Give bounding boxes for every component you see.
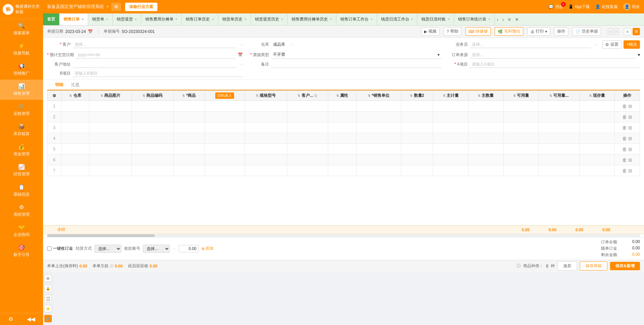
online-service-btn[interactable]: 👤 在线客服 [595,4,618,10]
sidebar-item-inventory[interactable]: 📦 库存核算 [0,120,43,140]
row-copy-icon[interactable]: ⊞ [628,114,632,120]
industry-btn[interactable]: 体验行业方案 [125,3,157,11]
tab-close-sales-expense[interactable]: × [176,17,178,21]
row-action[interactable]: 🗑⊞ [615,165,640,176]
row-delete-icon[interactable]: 🗑 [622,104,627,109]
user-avatar-btn[interactable]: 👤 用友 [623,3,640,10]
account-dots[interactable]: ··· [173,246,176,251]
message-icon-btn[interactable]: 💬 消息 9 [548,4,563,10]
save-draft-button[interactable]: 保存草稿 [580,261,607,271]
tab-close-expense-history[interactable]: × [330,17,332,21]
discard-button[interactable]: 放弃 [558,261,577,271]
amount-input[interactable] [179,245,199,252]
row-delete-icon[interactable]: 🗑 [622,114,627,120]
customer-input[interactable] [73,41,236,48]
customer-dots[interactable]: ··· [239,42,243,47]
operate-btn[interactable]: 操作 [554,27,568,36]
delivery-date-input[interactable] [76,51,236,58]
row-copy-icon[interactable]: ⊞ [628,104,632,109]
detail-tab-mingxi[interactable]: 明细 [51,80,67,90]
account-select[interactable]: 选择... [143,245,170,253]
row-action[interactable]: 🗑⊞ [615,155,640,165]
toolbar-grid-view[interactable]: ⊞ [633,28,640,35]
tab-sales-return[interactable]: 销货退货 × [113,13,141,26]
sidebar-item-basic[interactable]: 📋 基础信息 [0,180,43,201]
rp-btn-4[interactable]: ⭐ [44,305,52,312]
th-scan[interactable]: 扫码录入 [204,91,245,101]
tab-order-stats[interactable]: 销售订单统计表 × [454,13,495,26]
print-btn[interactable]: 🖨 打印 ▾ [527,27,550,36]
rp-btn-3[interactable]: 📋 [44,295,52,302]
gear-button[interactable]: ⚙ [111,3,121,11]
sidebar-item-purchase[interactable]: 🛒 采购管理 [0,100,43,120]
note-input[interactable] [271,61,441,68]
sidebar-item-guide[interactable]: 🎯 新手引导 [0,241,43,261]
tab-sales-invoice-history[interactable]: 销货单历史 × [218,13,251,26]
sidebar-item-search[interactable]: 🔍 搜索菜单 [0,19,43,39]
row-action[interactable]: 🗑⊞ [615,133,640,144]
row-delete-icon[interactable]: 🗑 [622,125,627,130]
row-delete-icon[interactable]: 🗑 [622,168,627,173]
add-logistics-btn[interactable]: +物流 [623,40,640,49]
sidebar-item-marketing[interactable]: 📢 营销推广 [0,59,43,80]
rp-btn-2[interactable]: 🔒 [44,285,52,292]
view-video-btn[interactable]: ▶ 视频 [421,27,440,36]
quick-confirm-checkbox[interactable] [47,246,51,251]
tab-close-sales-order[interactable]: × [82,17,84,21]
payment-method-select[interactable]: 选择... [94,245,121,253]
address-input[interactable] [73,61,236,68]
order-source-input[interactable] [470,51,636,58]
calendar-icon[interactable]: 📅 [88,29,93,34]
sidebar-item-enterprise[interactable]: 🤝 企业协同 [0,221,43,241]
profit-btn[interactable]: 🌿 毛利预估 [495,27,523,36]
tab-close-order-stats[interactable]: × [488,17,490,21]
row-delete-icon[interactable]: 🗑 [622,136,627,141]
help-btn[interactable]: ? 帮助 [444,27,461,36]
rp-btn-5[interactable]: 🔗 [44,315,52,322]
toolbar-nav-left[interactable]: ‹ [608,28,612,35]
tab-close-return-history[interactable]: × [281,17,283,21]
row-action[interactable]: 🗑⊞ [615,122,640,133]
rp-btn-1[interactable]: ⊞ [44,275,52,282]
sidebar-item-operations[interactable]: 📈 经营管理 [0,160,43,180]
row-copy-icon[interactable]: ⊞ [628,125,632,130]
tab-order-workbench[interactable]: 销售订单工作台 × [336,13,377,26]
invoice-type-select[interactable]: 不开票 ▾ [271,51,441,59]
settings-field-btn[interactable]: ⚙ 设置 [602,40,621,49]
tab-return-history[interactable]: 销货退货历史 × [251,13,288,26]
save-new-button[interactable]: 保存&新增 [610,262,640,270]
tab-sales-expense[interactable]: 销售费用分摊单 × [141,13,182,26]
scan-btn[interactable]: 扫码录入 [215,92,234,99]
toolbar-list-view[interactable]: ≡ [624,28,631,35]
sidebar-gear-btn[interactable]: ⚙ [8,316,13,322]
tab-sales-invoice[interactable]: 销货单 × [88,13,113,26]
tab-nav-right[interactable]: › [500,13,506,26]
row-action[interactable]: 🗑⊞ [615,101,640,112]
tab-close-daily-reconcile[interactable]: × [448,17,450,21]
tab-close-daily-workbench[interactable]: × [411,17,413,21]
row-copy-icon[interactable]: ⊞ [628,136,632,141]
row-delete-icon[interactable]: 🗑 [622,147,627,152]
tab-sales-order[interactable]: 销售订单 × [60,13,88,26]
quick-confirm-label[interactable]: 一键收订金 [47,246,73,251]
delivery-calendar-icon[interactable]: 📅 [238,52,243,57]
sidebar-item-system[interactable]: ⚙ 系统管理 [0,201,43,221]
detail-tab-summary[interactable]: 汇总 [67,80,83,90]
tab-nav-close-all[interactable]: ✕ [513,13,521,26]
address-dots[interactable]: ··· [239,62,243,67]
row-action[interactable]: 🗑⊞ [615,112,640,122]
tab-nav-menu[interactable]: ≡ [506,13,513,26]
warehouse-dots[interactable]: ··· [291,42,294,47]
row-delete-icon[interactable]: 🗑 [622,157,627,163]
tab-close-order-history[interactable]: × [212,17,214,21]
row-copy-icon[interactable]: ⊞ [628,168,632,173]
tab-nav-left[interactable]: ‹ [495,13,500,26]
row-action[interactable]: 🗑⊞ [615,144,640,155]
sidebar-item-quick[interactable]: ⚡ 快捷导航 [0,39,43,59]
tab-close-invoice-history[interactable]: × [244,17,247,21]
add-btn[interactable]: ⊕ 添加 [201,246,214,251]
toolbar-nav-right[interactable]: › [614,28,618,35]
tab-expense-history[interactable]: 销售费用分摊单历史 × [288,13,336,26]
salesperson-dots[interactable]: ··· [594,42,598,47]
tab-daily-reconcile[interactable]: 钱货日清对账 × [417,13,454,26]
